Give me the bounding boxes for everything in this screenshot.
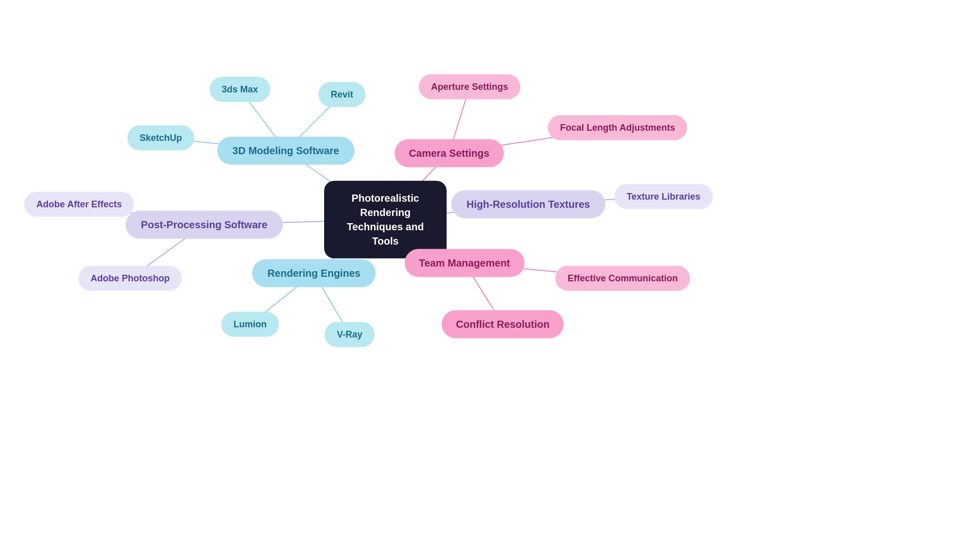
node-effective-comm[interactable]: Effective Communication	[555, 266, 690, 291]
high-res-textures-label: High-Resolution Textures	[467, 199, 590, 210]
node-vray[interactable]: V-Ray	[325, 322, 375, 347]
3d-modeling-label: 3D Modeling Software	[233, 145, 339, 157]
texture-libraries-label: Texture Libraries	[627, 191, 701, 202]
node-aperture[interactable]: Aperture Settings	[419, 75, 520, 100]
effective-comm-label: Effective Communication	[568, 273, 678, 284]
node-revit[interactable]: Revit	[318, 82, 365, 107]
vray-label: V-Ray	[337, 329, 362, 340]
node-sketchup[interactable]: SketchUp	[127, 126, 194, 151]
node-3d-modeling[interactable]: 3D Modeling Software	[217, 137, 355, 165]
node-high-res-textures[interactable]: High-Resolution Textures	[451, 190, 605, 219]
rendering-engines-label: Rendering Engines	[267, 268, 360, 279]
post-processing-label: Post-Processing Software	[141, 219, 267, 231]
node-rendering-engines[interactable]: Rendering Engines	[252, 259, 376, 287]
node-team-management[interactable]: Team Management	[405, 249, 525, 277]
center-node[interactable]: Photorealistic Rendering Techniques and …	[324, 181, 447, 258]
mind-map: Photorealistic Rendering Techniques and …	[0, 0, 980, 553]
revit-label: Revit	[331, 89, 353, 100]
node-texture-libraries[interactable]: Texture Libraries	[615, 184, 713, 209]
team-management-label: Team Management	[419, 257, 510, 269]
node-adobe-after[interactable]: Adobe After Effects	[24, 192, 134, 217]
node-conflict-res[interactable]: Conflict Resolution	[442, 310, 564, 339]
sketchup-label: SketchUp	[139, 133, 182, 143]
node-post-processing[interactable]: Post-Processing Software	[126, 211, 283, 239]
aperture-label: Aperture Settings	[431, 82, 508, 92]
camera-settings-label: Camera Settings	[409, 148, 489, 159]
focal-length-label: Focal Length Adjustments	[560, 123, 675, 133]
node-3ds-max[interactable]: 3ds Max	[209, 77, 270, 102]
center-label: Photorealistic Rendering Techniques and …	[339, 191, 431, 248]
3ds-max-label: 3ds Max	[222, 84, 258, 95]
adobe-after-label: Adobe After Effects	[36, 199, 121, 210]
adobe-photoshop-label: Adobe Photoshop	[91, 273, 170, 284]
node-camera-settings[interactable]: Camera Settings	[395, 139, 504, 167]
node-adobe-photoshop[interactable]: Adobe Photoshop	[79, 266, 182, 291]
node-focal-length[interactable]: Focal Length Adjustments	[548, 115, 687, 140]
conflict-res-label: Conflict Resolution	[456, 319, 549, 330]
node-lumion[interactable]: Lumion	[222, 312, 279, 337]
lumion-label: Lumion	[234, 319, 267, 330]
